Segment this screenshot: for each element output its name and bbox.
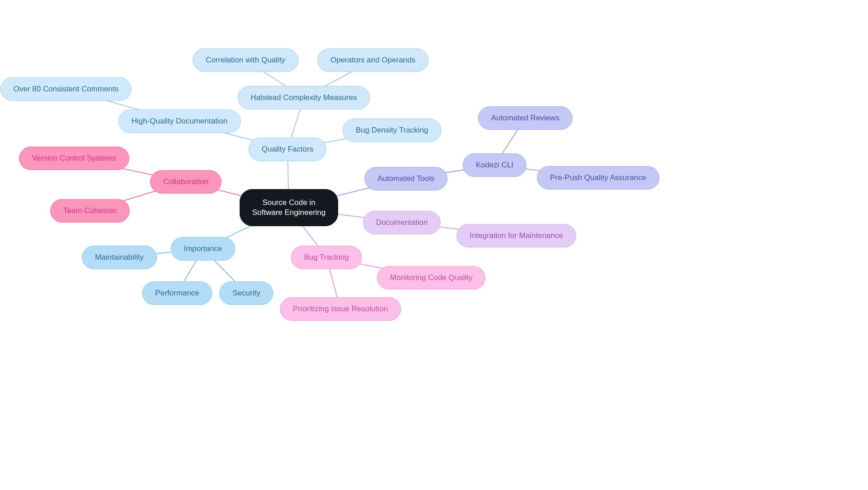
node-performance: Performance — [142, 281, 212, 305]
node-halstead: Halstead Complexity Measures — [237, 86, 370, 109]
node-vcs: Version Control Systems — [19, 147, 129, 170]
node-kodezi: Kodezi CLI — [462, 153, 526, 177]
node-team_cohesion: Team Cohesion — [50, 199, 130, 223]
node-automated_tools: Automated Tools — [364, 167, 448, 190]
node-monitoring: Monitoring Code Quality — [377, 266, 486, 290]
node-collaboration: Collaboration — [150, 170, 222, 194]
node-importance: Importance — [170, 237, 235, 261]
node-documentation: Documentation — [363, 211, 441, 234]
node-correlation: Correlation with Quality — [193, 48, 298, 72]
edges-layer — [0, 0, 868, 490]
node-maintainability: Maintainability — [82, 246, 157, 269]
node-auto_reviews: Automated Reviews — [478, 106, 572, 130]
node-integration: Integration for Maintenance — [457, 224, 576, 247]
node-prioritizing: Prioritizing Issue Resolution — [280, 297, 401, 321]
node-operators: Operators and Operands — [317, 48, 429, 72]
center-node: Source Code in Software Engineering — [240, 189, 338, 226]
node-bug_density: Bug Density Tracking — [343, 119, 442, 142]
node-bug_tracking: Bug Tracking — [291, 246, 362, 269]
node-hq_doc: High-Quality Documentation — [118, 109, 241, 133]
node-security: Security — [219, 281, 273, 305]
node-prepush: Pre-Push Quality Assurance — [537, 166, 660, 190]
node-quality_factors: Quality Factors — [249, 138, 326, 161]
node-over80: Over 80 Consistent Comments — [0, 77, 132, 101]
